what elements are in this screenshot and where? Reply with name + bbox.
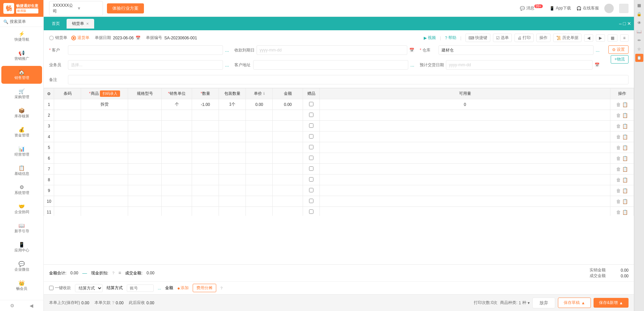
expenses-help-icon[interactable]: ? — [220, 286, 222, 290]
sidebar-item-sales[interactable]: 🏠 销售管理 — [1, 66, 42, 84]
radio-sale[interactable]: 销货单 — [49, 35, 67, 41]
unit-price-info-icon[interactable]: ℹ — [263, 91, 265, 95]
row-delete-btn-4[interactable]: 🗑 — [616, 134, 621, 140]
tab-sales-order[interactable]: 销货单 ✕ — [67, 19, 94, 29]
gift-cb-3[interactable] — [309, 123, 313, 128]
select-btn[interactable]: ☑ 选单 — [493, 34, 512, 42]
sidebar-item-operations[interactable]: 📊 经营管理 — [1, 143, 42, 160]
sidebar-item-finance[interactable]: 💰 资金管理 — [1, 123, 42, 141]
right-panel-btn-2[interactable]: 🔒 — [635, 10, 643, 18]
shortcut-btn[interactable]: ⌨ 快捷键 — [465, 34, 490, 42]
right-panel-btn-6[interactable]: ☆ — [635, 45, 643, 53]
row-delete-btn-9[interactable]: 🗑 — [616, 188, 621, 193]
row-copy-btn-11[interactable]: 📋 — [622, 209, 628, 215]
gift-cb-10[interactable] — [309, 199, 313, 203]
nav-next-btn[interactable]: ▶ — [596, 34, 605, 42]
row-delete-btn-3[interactable]: 🗑 — [616, 123, 621, 129]
company-selector[interactable]: XXXXXX公司 ▼ — [49, 1, 103, 16]
customer-address-ellipsis[interactable]: ... — [410, 62, 414, 68]
sidebar-item-enterprise[interactable]: 🤝 企业协同 — [1, 200, 42, 218]
row-delete-btn-2[interactable]: 🗑 — [616, 113, 621, 118]
settings-btn[interactable]: ⚙ 设置 — [608, 45, 629, 54]
notes-input[interactable] — [68, 75, 629, 84]
account-ellipsis[interactable]: ... — [158, 286, 161, 290]
flow-btn[interactable]: +物流 — [611, 55, 629, 64]
search-menu[interactable]: 🔍 搜索菜单 — [0, 17, 43, 27]
row-unit-price-1[interactable]: 0.00 — [246, 99, 273, 110]
video-link[interactable]: ▶ 视频 — [424, 35, 436, 41]
sidebar-item-inventory[interactable]: 📦 库存核算 — [1, 104, 42, 122]
save-draft-btn[interactable]: 保存草稿 ▲ — [558, 298, 591, 308]
radio-return[interactable]: 退货单 — [71, 35, 89, 41]
user-menu-btn[interactable] — [619, 4, 629, 13]
row-copy-btn-6[interactable]: 📋 — [622, 156, 628, 161]
row-delete-btn-11[interactable]: 🗑 — [616, 209, 621, 215]
row-delete-btn-10[interactable]: 🗑 — [616, 199, 621, 204]
account-input[interactable] — [127, 284, 154, 292]
row-copy-btn-1[interactable]: 📋 — [622, 102, 628, 107]
customer-ellipsis[interactable]: ... — [225, 47, 229, 53]
operate-btn[interactable]: 操作 — [536, 34, 551, 42]
sidebar-item-member[interactable]: 👑 畅会员 — [1, 277, 42, 295]
sidebar-settings-btn[interactable]: ⚙ — [10, 303, 14, 308]
calendar-icon[interactable]: 📅 — [136, 36, 141, 40]
row-copy-btn-10[interactable]: 📋 — [622, 199, 628, 204]
gift-cb-4[interactable] — [309, 134, 313, 139]
history-btn[interactable]: 📜 历史单据 — [553, 34, 581, 42]
right-panel-btn-5[interactable]: ✏ — [635, 36, 643, 44]
sidebar-collapse-btn[interactable]: ◀ — [30, 303, 33, 308]
right-panel-btn-1[interactable]: ▦ — [635, 1, 643, 9]
due-date-input[interactable] — [257, 45, 407, 55]
expenses-btn[interactable]: 费用分摊 — [193, 284, 216, 292]
message-btn[interactable]: 💬 消息 99+ — [520, 5, 544, 11]
grid-view-btn[interactable]: ▦ — [608, 34, 617, 42]
sidebar-item-app-center[interactable]: 📱 应用中心 — [1, 238, 42, 256]
sidebar-item-quick-nav[interactable]: ⚡ 快捷导航 — [1, 28, 42, 45]
app-download-btn[interactable]: 📱 App下载 — [550, 5, 571, 11]
row-copy-btn-2[interactable]: 📋 — [622, 113, 628, 118]
tab-close-icon[interactable]: ✕ — [86, 22, 89, 26]
one-click-checkbox[interactable]: 一键收款 — [49, 285, 71, 291]
expected-delivery-input[interactable] — [446, 60, 593, 70]
scan-input-btn[interactable]: 扫码录入 — [100, 90, 120, 97]
one-click-input[interactable] — [49, 286, 53, 290]
row-delete-btn-1[interactable]: 🗑 — [616, 102, 621, 107]
trial-btn[interactable]: 体验行业方案 — [107, 3, 144, 13]
tab-home[interactable]: 首页 — [46, 19, 65, 29]
settlement-select[interactable]: 结算方式 — [75, 284, 103, 292]
gift-cb-9[interactable] — [309, 188, 313, 192]
gift-cb-8[interactable] — [309, 177, 313, 182]
due-date-calendar-icon[interactable]: 📅 — [409, 48, 414, 52]
warehouse-ellipsis[interactable]: ... — [596, 47, 600, 53]
nav-prev-btn[interactable]: ◀ — [584, 34, 593, 42]
tab-close-window-icon[interactable]: ✕ — [627, 21, 631, 26]
product-type-selector[interactable]: 商品种类: 1 种 ▾ — [500, 300, 530, 306]
expected-delivery-calendar-icon[interactable]: 📅 — [595, 63, 600, 67]
table-scroll[interactable]: ⚙ 条码 *商品 扫码录入 规格型号 *销售单位 *数量 包装数量 单价 ℹ — [44, 88, 634, 216]
tab-maximize-icon[interactable]: □ — [623, 21, 626, 26]
gift-cb-11[interactable] — [309, 209, 313, 214]
gift-cb-2[interactable] — [309, 113, 313, 117]
row-copy-btn-7[interactable]: 📋 — [622, 166, 628, 172]
row-gift-checkbox-1[interactable] — [309, 102, 313, 106]
row-copy-btn-8[interactable]: 📋 — [622, 177, 628, 183]
save-new-btn[interactable]: 保存&新增 ▲ — [594, 298, 629, 308]
total-owe-help-icon[interactable]: ? — [112, 301, 114, 305]
sidebar-item-guide[interactable]: 📖 新手引导 — [1, 219, 42, 237]
row-qty-1[interactable]: -1.00 — [192, 99, 219, 110]
row-delete-btn-7[interactable]: 🗑 — [616, 166, 621, 172]
list-view-btn[interactable]: ≡ — [620, 34, 629, 42]
print-btn[interactable]: 🖨 打印 — [515, 34, 534, 42]
add-link[interactable]: ● 添加 — [177, 285, 189, 291]
customer-input[interactable] — [68, 45, 223, 55]
user-avatar[interactable] — [604, 4, 614, 13]
row-gift-1[interactable] — [303, 99, 320, 110]
row-copy-btn-5[interactable]: 📋 — [622, 145, 628, 150]
discount-info-icon[interactable]: ? — [112, 271, 114, 275]
row-delete-btn-5[interactable]: 🗑 — [616, 145, 621, 150]
row-delete-btn-6[interactable]: 🗑 — [616, 156, 621, 161]
warehouse-input[interactable] — [439, 45, 594, 55]
th-settings[interactable]: ⚙ — [44, 88, 54, 99]
row-spec-1[interactable] — [128, 99, 162, 110]
right-panel-btn-4[interactable]: 📖 — [635, 28, 643, 36]
